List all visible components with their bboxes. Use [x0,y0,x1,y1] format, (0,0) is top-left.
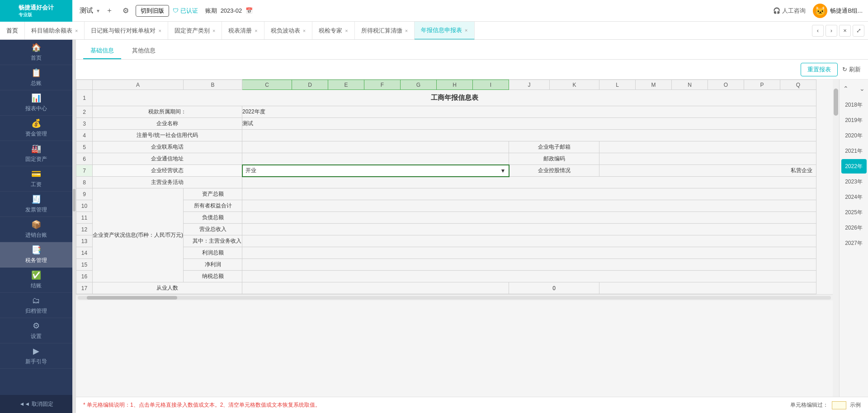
cell-10-value[interactable] [242,200,816,212]
dropdown-arrow-icon[interactable]: ▼ [500,168,506,174]
cell-16-value[interactable] [242,271,816,282]
year-2027[interactable]: 2027年 [841,236,867,250]
col-header-B[interactable]: B [184,80,242,90]
cell-5-right-value[interactable] [599,141,816,153]
col-header-H[interactable]: H [437,80,473,90]
switch-version-button[interactable]: 切到旧版 [136,5,169,17]
close-icon[interactable]: × [75,28,78,33]
sheet-main[interactable]: A B C D E F G H I J K L [76,80,833,397]
tab-income-tax[interactable]: 所得税汇算清缴 × [355,22,415,40]
cell-13-value[interactable] [242,235,816,247]
sidebar-item-tax[interactable]: 📑 税务管理 [0,242,72,268]
cell-7-right-value[interactable]: 私营企业 [599,165,816,177]
col-header-I[interactable]: I [473,80,509,90]
cell-6-right-value[interactable] [599,153,816,165]
col-header-J[interactable]: J [509,80,550,90]
support-button[interactable]: 🎧 人工咨询 [773,7,806,15]
close-icon[interactable]: × [212,28,215,33]
close-icon[interactable]: × [255,28,257,33]
vertical-scrollbar[interactable] [833,80,839,397]
year-2018[interactable]: 2018年 [841,98,867,112]
tab-fixed-assets[interactable]: 固定资产类别 × [168,22,222,40]
dropdown-arrow-icon[interactable]: ▾ [97,8,99,14]
next-tab-button[interactable]: › [826,25,837,37]
cell-8-value[interactable] [242,177,816,188]
sidebar-pin-button[interactable]: ◄◄ 取消固定 [0,395,72,413]
refresh-button[interactable]: ↻ 刷新 [842,66,861,74]
tab-annual-report[interactable]: 年报信息申报表 × [415,22,474,40]
cell-15-value[interactable] [242,259,816,271]
cell-1-title[interactable]: 工商年报信息表 [93,90,816,106]
sidebar-item-archive[interactable]: 🗂 归档管理 [0,293,72,318]
sidebar-item-invoice[interactable]: 🧾 发票管理 [0,192,72,217]
cell-6-value[interactable] [242,153,509,165]
col-header-N[interactable]: N [672,80,708,90]
cell-4-value[interactable] [242,130,816,141]
horizontal-scrollbar[interactable] [76,294,833,300]
cell-5-value[interactable] [242,141,509,153]
sidebar-item-fixed-assets[interactable]: 🏭 固定资产 [0,141,72,166]
tab-journal[interactable]: 日记账与银行对账单核对 × [85,22,168,40]
sidebar-item-reports[interactable]: 📊 报表中心 [0,90,72,116]
col-header-M[interactable]: M [636,80,672,90]
cell-17-value[interactable] [242,282,509,294]
col-header-F[interactable]: F [364,80,401,90]
col-header-L[interactable]: L [599,80,636,90]
cell-12-value[interactable] [242,224,816,235]
tab-home[interactable]: 首页 [0,22,25,40]
cell-11-value[interactable] [242,212,816,224]
subtab-other[interactable]: 其他信息 [125,43,163,59]
col-header-K[interactable]: K [550,80,599,90]
sidebar-item-ledger[interactable]: 📋 总账 [0,65,72,90]
col-header-A[interactable]: A [93,80,184,90]
col-header-C[interactable]: C [242,80,292,90]
year-2024[interactable]: 2024年 [841,190,867,204]
sidebar-item-inventory[interactable]: 📦 进销台账 [0,217,72,242]
year-2021[interactable]: 2021年 [841,144,867,158]
close-icon[interactable]: × [303,28,306,33]
prev-tab-button[interactable]: ‹ [812,25,824,37]
cell-9-value[interactable] [242,188,816,200]
close-icon[interactable]: × [345,28,348,33]
close-all-tabs-button[interactable]: × [839,25,851,37]
sidebar-item-settings[interactable]: ⚙ 设置 [0,318,72,343]
tab-tax-list[interactable]: 税表清册 × [222,22,264,40]
tab-subject[interactable]: 科目辅助余额表 × [25,22,85,40]
cell-3-value[interactable]: 测试 [242,118,816,130]
cell-2-value[interactable]: 2022年度 [242,106,816,118]
expand-icon[interactable]: ⤢ [853,25,864,37]
sidebar-scroll[interactable] [72,40,76,413]
sidebar-item-closing[interactable]: ✅ 结账 [0,268,72,293]
col-header-D[interactable]: D [292,80,328,90]
tab-tax-fluctuation[interactable]: 税负波动表 × [264,22,312,40]
close-icon[interactable]: × [405,28,408,33]
subtab-basic[interactable]: 基础信息 [83,43,121,59]
tab-tax-expert[interactable]: 税检专家 × [312,22,354,40]
year-2022[interactable]: 2022年 [841,159,867,174]
col-header-P[interactable]: P [744,80,780,90]
user-menu[interactable]: 🐱 畅捷通B组... [813,4,863,18]
year-2023[interactable]: 2023年 [841,174,867,189]
calendar-icon[interactable]: 📅 [245,7,253,14]
settings-icon[interactable]: ⚙ [119,5,132,17]
year-2020[interactable]: 2020年 [841,128,867,143]
sidebar-item-guide[interactable]: ▶ 新手引导 [0,343,72,369]
sidebar-item-salary[interactable]: 💳 工资 [0,166,72,192]
year-2025[interactable]: 2025年 [841,205,867,220]
year-nav-up[interactable]: ⌃ [839,83,853,94]
year-2019[interactable]: 2019年 [841,113,867,127]
col-header-O[interactable]: O [708,80,744,90]
col-header-E[interactable]: E [328,80,364,90]
year-2026[interactable]: 2026年 [841,221,867,235]
cell-14-value[interactable] [242,247,816,259]
reset-button[interactable]: 重置报表 [801,63,838,76]
col-header-G[interactable]: G [401,80,437,90]
close-icon[interactable]: × [158,28,161,33]
year-nav-down[interactable]: ⌄ [855,83,868,94]
close-icon[interactable]: × [465,28,467,33]
sidebar-item-home[interactable]: 🏠 首页 [0,40,72,65]
col-header-Q[interactable]: Q [780,80,816,90]
cell-7-value[interactable]: 开业 ▼ [242,165,509,177]
add-button[interactable]: ＋ [103,5,116,17]
sidebar-item-finance[interactable]: 💰 资金管理 [0,116,72,141]
